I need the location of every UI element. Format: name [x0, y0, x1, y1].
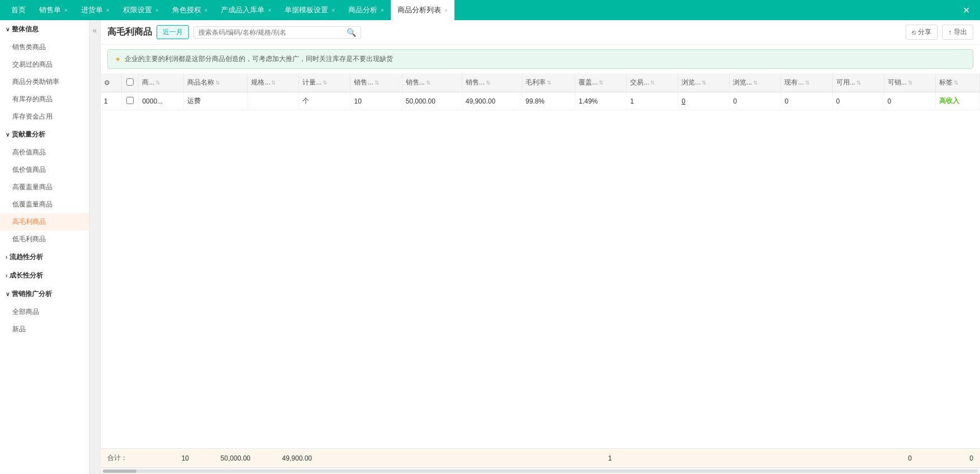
- nav-close-icon[interactable]: ×: [268, 7, 271, 13]
- col-header-browse2[interactable]: 浏览...⇅: [730, 73, 781, 92]
- col-label: 销售...: [466, 78, 485, 87]
- sidebar-section-流趋性分析[interactable]: ›流趋性分析: [0, 248, 89, 266]
- section-label: 流趋性分析: [10, 252, 43, 262]
- footer-label: 合计：: [107, 453, 127, 463]
- col-label: 商品名称: [187, 78, 214, 87]
- nav-item-产成品入库单[interactable]: 产成品入库单×: [214, 0, 278, 20]
- nav-close-icon[interactable]: ×: [64, 7, 68, 13]
- export-button[interactable]: ↑ 导出: [942, 25, 973, 40]
- col-header-spec[interactable]: 规格...⇅: [248, 73, 299, 92]
- col-header-unit[interactable]: 计量...⇅: [299, 73, 351, 92]
- col-header-name[interactable]: 商品名称⇅: [183, 73, 248, 92]
- section-label: 成长性分析: [10, 271, 43, 280]
- date-filter-recent-month[interactable]: 近一月: [157, 25, 189, 39]
- col-header-settings[interactable]: ⚙: [101, 73, 122, 92]
- sort-icon: ⇅: [215, 79, 220, 86]
- sidebar-item-全部商品[interactable]: 全部商品: [0, 303, 89, 321]
- footer-sales-profit: 49,900.00: [267, 454, 312, 462]
- cell-browse2: 0: [730, 92, 781, 110]
- main-layout: ∨整体信息销售类商品交易过的商品商品分类助销率有库存的商品库存资金占用∨贡献量分…: [0, 20, 980, 474]
- browse-link[interactable]: 0: [681, 97, 685, 105]
- col-label: 规格...: [251, 78, 270, 87]
- col-header-saleable_stock[interactable]: 可销...⇅: [884, 73, 935, 92]
- cell-code: 0000...: [139, 92, 183, 110]
- sort-icon: ⇅: [323, 79, 327, 86]
- nav-item-销售单[interactable]: 销售单×: [32, 0, 74, 20]
- nav-item-权限设置[interactable]: 权限设置×: [116, 0, 165, 20]
- col-label: 销售...: [354, 78, 373, 87]
- settings-icon[interactable]: ⚙: [104, 79, 110, 87]
- horizontal-scrollbar[interactable]: [101, 467, 980, 474]
- sidebar-item-高覆盖量商品[interactable]: 高覆盖量商品: [0, 179, 89, 196]
- sort-icon: ⇅: [650, 79, 655, 86]
- cell-available_stock: 0: [832, 92, 884, 110]
- col-header-code[interactable]: 商...⇅: [139, 73, 183, 92]
- sidebar-item-高毛利商品[interactable]: 高毛利商品: [0, 213, 89, 231]
- section-arrow: ›: [6, 254, 7, 260]
- cell-name: 运费: [183, 92, 248, 110]
- nav-item-商品分析[interactable]: 商品分析×: [342, 0, 391, 20]
- col-header-sales_count[interactable]: 销售...⇅: [351, 73, 402, 92]
- col-header-coverage[interactable]: 覆盖...⇅: [575, 73, 627, 92]
- sort-icon: ⇅: [426, 79, 430, 86]
- sidebar-section-贡献量分析[interactable]: ∨贡献量分析: [0, 125, 89, 144]
- footer-sales-amount: 50,000.00: [206, 454, 250, 462]
- col-header-available_stock[interactable]: 可用...⇅: [832, 73, 884, 92]
- col-header-sales_amount[interactable]: 销售...⇅: [402, 73, 462, 92]
- top-navigation: 首页销售单×进货单×权限设置×角色授权×产成品入库单×单据模板设置×商品分析×商…: [0, 0, 980, 20]
- sort-icon: ⇅: [375, 79, 379, 86]
- sidebar-item-库存资金占用[interactable]: 库存资金占用: [0, 108, 89, 125]
- table-container: ⚙商...⇅商品名称⇅规格...⇅计量...⇅销售...⇅销售...⇅销售...…: [101, 73, 980, 448]
- col-label: 覆盖...: [579, 78, 598, 87]
- section-arrow: ∨: [6, 291, 10, 297]
- sidebar-item-商品分类助销率[interactable]: 商品分类助销率: [0, 73, 89, 91]
- sidebar-item-新品[interactable]: 新品: [0, 321, 89, 338]
- nav-item-角色授权[interactable]: 角色授权×: [165, 0, 215, 20]
- sidebar-item-低覆盖量商品[interactable]: 低覆盖量商品: [0, 196, 89, 213]
- col-header-gross_margin[interactable]: 毛利率⇅: [522, 73, 575, 92]
- sidebar-section-整体信息[interactable]: ∨整体信息: [0, 20, 89, 39]
- search-icon[interactable]: 🔍: [347, 28, 356, 37]
- footer-sales-count: 10: [144, 454, 189, 462]
- row-checkbox[interactable]: [126, 97, 134, 104]
- sidebar-collapse-button[interactable]: «: [89, 20, 101, 474]
- cell-checkbox: [122, 92, 139, 110]
- nav-close-icon[interactable]: ×: [155, 7, 159, 13]
- sidebar-item-高价值商品[interactable]: 高价值商品: [0, 144, 89, 161]
- col-label: 毛利率: [525, 78, 546, 87]
- nav-close-icon[interactable]: ×: [106, 7, 110, 13]
- col-header-checkbox[interactable]: [122, 73, 139, 92]
- nav-close-icon[interactable]: ×: [332, 7, 335, 13]
- col-header-tag[interactable]: 标签⇅: [935, 73, 979, 92]
- nav-item-进货单[interactable]: 进货单×: [74, 0, 116, 20]
- sort-icon: ⇅: [954, 79, 958, 86]
- nav-item-首页[interactable]: 首页: [4, 0, 32, 20]
- select-all-checkbox[interactable]: [126, 78, 134, 86]
- sidebar-item-低价值商品[interactable]: 低价值商品: [0, 161, 89, 179]
- sidebar-item-有库存的商品[interactable]: 有库存的商品: [0, 91, 89, 108]
- sort-icon: ⇅: [486, 79, 490, 86]
- cell-tag: 高收入: [935, 92, 979, 110]
- nav-item-商品分析列表[interactable]: 商品分析列表×: [391, 0, 455, 20]
- info-banner: ✦ 企业的主要的利润都是这部分商品创造的，可考虑加大推广，同时关注库存是不要出现…: [107, 49, 973, 69]
- sidebar-section-成长性分析[interactable]: ›成长性分析: [0, 266, 89, 285]
- col-header-sales_profit[interactable]: 销售...⇅: [462, 73, 522, 92]
- search-input[interactable]: [198, 29, 347, 36]
- col-header-current_stock[interactable]: 现有...⇅: [781, 73, 832, 92]
- sidebar-item-交易过的商品[interactable]: 交易过的商品: [0, 56, 89, 73]
- info-icon: ✦: [115, 55, 121, 64]
- col-header-browse1[interactable]: 浏览...⇅: [678, 73, 730, 92]
- share-button[interactable]: ⎋ 分享: [906, 25, 938, 40]
- sidebar: ∨整体信息销售类商品交易过的商品商品分类助销率有库存的商品库存资金占用∨贡献量分…: [0, 20, 89, 474]
- sidebar-item-低毛利商品[interactable]: 低毛利商品: [0, 231, 89, 248]
- nav-close-icon[interactable]: ×: [444, 7, 448, 13]
- scrollbar-thumb[interactable]: [103, 470, 136, 473]
- sidebar-section-营销推广分析[interactable]: ∨营销推广分析: [0, 285, 89, 303]
- nav-close-icon[interactable]: ×: [205, 7, 208, 13]
- nav-close-icon[interactable]: ×: [381, 7, 384, 13]
- window-close-button[interactable]: ✕: [957, 5, 976, 16]
- sort-icon: ⇅: [753, 79, 758, 86]
- col-header-transaction[interactable]: 交易...⇅: [627, 73, 678, 92]
- sidebar-item-销售类商品[interactable]: 销售类商品: [0, 39, 89, 56]
- nav-item-单据模板设置[interactable]: 单据模板设置×: [278, 0, 342, 20]
